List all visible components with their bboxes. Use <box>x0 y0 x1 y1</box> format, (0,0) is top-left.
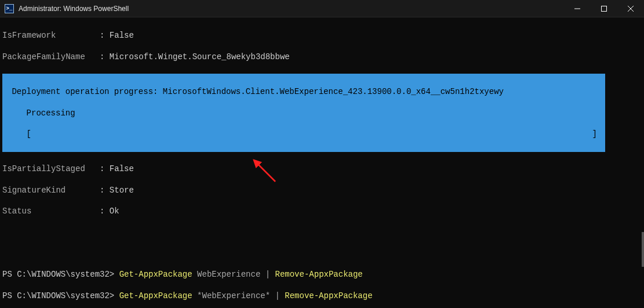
window-title: Administrator: Windows PowerShell <box>19 5 129 13</box>
minimize-button[interactable] <box>564 0 591 17</box>
progress-text-1: Deployment operation progress: Microsoft… <box>2 86 602 97</box>
command-line-1: PS C:\WINDOWS\system32> Get-AppxPackage … <box>2 269 642 280</box>
svg-rect-1 <box>602 6 607 12</box>
terminal-output[interactable]: IsFramework : False PackageFamilyName : … <box>0 17 644 308</box>
titlebar-left: >_ Administrator: Windows PowerShell <box>5 4 129 13</box>
progress-text-2: Processing <box>2 108 602 118</box>
output-line: Status : Ok <box>2 206 642 216</box>
scroll-thumb[interactable] <box>642 232 644 267</box>
blank-line <box>2 227 642 238</box>
output-line: IsPartiallyStaged : False <box>2 164 642 174</box>
output-line: IsFramework : False <box>2 30 642 41</box>
blank-line <box>2 248 642 259</box>
progress-block: Deployment operation progress: Microsoft… <box>2 74 605 152</box>
titlebar: >_ Administrator: Windows PowerShell <box>0 0 644 17</box>
powershell-icon: >_ <box>5 4 14 13</box>
output-line: PackageFamilyName : Microsoft.Winget.Sou… <box>2 52 642 62</box>
maximize-button[interactable] <box>591 0 617 17</box>
output-line: SignatureKind : Store <box>2 185 642 195</box>
close-button[interactable] <box>617 0 644 17</box>
scrollbar[interactable] <box>637 17 644 308</box>
progress-bar: [] <box>2 129 602 139</box>
command-line-2: PS C:\WINDOWS\system32> Get-AppxPackage … <box>2 291 642 301</box>
titlebar-controls <box>564 0 644 17</box>
